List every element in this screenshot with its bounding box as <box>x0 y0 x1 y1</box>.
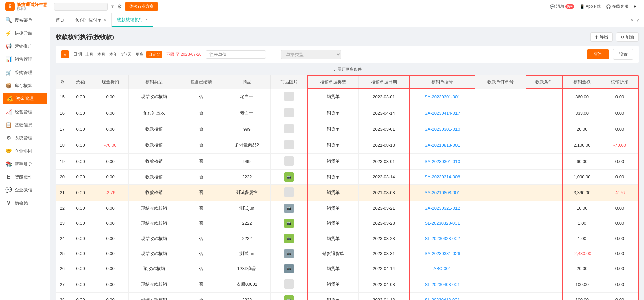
source-unit-input[interactable] <box>206 50 266 59</box>
sidebar-item-inventory[interactable]: 📦 库存核算 <box>0 79 50 92</box>
cell-include-cleared: 否 <box>179 231 223 246</box>
cell-voucher-no[interactable]: SA-20230301-001 <box>410 89 475 105</box>
sidebar-item-shortcut[interactable]: ⚡ 快捷导航 <box>0 27 50 40</box>
cell-voucher-no[interactable]: SA-20230301-010 <box>410 153 475 169</box>
cell-voucher-no[interactable]: SL-20230418-001 <box>410 292 475 300</box>
voucher-no-link[interactable]: SA-20230301-010 <box>425 159 460 164</box>
voucher-no-link[interactable]: SL-20230328-002 <box>425 236 460 241</box>
cell-no: 22 <box>56 201 69 216</box>
date-btn-this-year[interactable]: 本年 <box>108 51 119 58</box>
cell-voucher-no[interactable]: SL-20230328-002 <box>410 231 475 246</box>
cell-no: 24 <box>56 231 69 246</box>
table-row: 19 0.00 0.00 收款核销 否 999 销货单 2023-03-01 S… <box>56 153 638 169</box>
sidebar-item-management[interactable]: 📈 经营管理 <box>0 105 50 118</box>
cell-no: 16 <box>56 105 69 121</box>
cell-cash-discount: 0.00 <box>92 231 129 246</box>
cell-voucher-type: 销货单 <box>308 201 359 216</box>
tab-home[interactable]: 首页 <box>50 13 70 27</box>
customer-service[interactable]: 🎧 在线客服 <box>606 4 628 9</box>
sidebar-item-finance[interactable]: 💰 资金管理 <box>3 93 47 104</box>
sidebar-item-purchase[interactable]: 🛒 采购管理 <box>0 66 50 79</box>
voucher-no-link[interactable]: SA-20230414-017 <box>425 111 460 116</box>
dropdown-icon[interactable]: ▼ <box>110 4 115 9</box>
cell-voucher-no[interactable]: SA-20230414-017 <box>410 105 475 121</box>
cell-voucher-no[interactable]: ABC-001 <box>410 261 475 276</box>
table-settings-icon[interactable]: ⚙ <box>60 79 64 84</box>
cell-voucher-date: 2023-04-18 <box>359 292 410 300</box>
th-settings[interactable]: ⚙ <box>56 75 69 89</box>
cell-voucher-no[interactable]: SA-20210813-001 <box>410 137 475 153</box>
sidebar-item-marketing[interactable]: 📢 营销推广 <box>0 40 50 53</box>
cell-include-cleared: 否 <box>179 105 223 121</box>
enterprise-icon: 🤝 <box>5 148 12 154</box>
sidebar-item-enterprise[interactable]: 🤝 企业协同 <box>0 144 50 158</box>
cell-voucher-no[interactable]: SA-20230321-012 <box>410 201 475 216</box>
date-btn-custom[interactable]: 自定义 <box>146 51 162 58</box>
table-row: 22 0.00 0.00 现结收款核销 否 测试jun 📷 销货单 2023-0… <box>56 201 638 216</box>
voucher-no-link[interactable]: SA-20230321-012 <box>425 206 460 211</box>
export-button[interactable]: ⬆ 导出 <box>590 32 613 42</box>
sidebar-item-wechat[interactable]: 💬 企业微信 <box>0 183 50 197</box>
sidebar-item-member[interactable]: V 畅会员 <box>0 197 50 209</box>
query-button[interactable]: 查询 <box>587 49 609 59</box>
prepayment-tab-close[interactable]: × <box>104 18 106 23</box>
voucher-no-link[interactable]: SL-20230328-001 <box>425 221 460 226</box>
voucher-no-link[interactable]: SA-20230331-026 <box>425 251 460 256</box>
document-type-select[interactable]: 单据类型 <box>281 50 341 59</box>
sidebar-item-sales[interactable]: 📊 销售管理 <box>0 53 50 66</box>
cell-no: 28 <box>56 292 69 300</box>
cell-receipt-condition <box>526 231 562 246</box>
tab-close-all-icon[interactable]: × <box>630 17 633 23</box>
voucher-no-link[interactable]: SL-20230408-001 <box>425 282 460 287</box>
sidebar-item-guide[interactable]: 📚 新手引导 <box>0 158 50 171</box>
cell-receipt-condition <box>526 169 562 184</box>
notification-area[interactable]: 💬 消息 99+ <box>550 4 574 9</box>
voucher-no-link[interactable]: SA-20230301-010 <box>425 127 460 132</box>
voucher-no-link[interactable]: SA-20210813-001 <box>425 143 460 148</box>
tab-expand-icon[interactable]: ⤢ <box>636 17 640 23</box>
cell-voucher-no[interactable]: SA-20230314-008 <box>410 169 475 184</box>
cell-voucher-no[interactable]: SA-20210808-001 <box>410 184 475 201</box>
date-btn-more[interactable]: 更多 <box>134 51 145 58</box>
cell-voucher-no[interactable]: SL-20230328-001 <box>410 216 475 231</box>
solution-button[interactable]: 体验行业方案 <box>125 2 158 11</box>
tab-writeoff[interactable]: 收款核销执行 × <box>112 13 153 27</box>
sidebar-item-hardware[interactable]: 🖥 智能硬件 <box>0 171 50 183</box>
cell-voucher-date: 2021-08-13 <box>359 137 410 153</box>
top-bar: 6 畅捷通谱好生意 标准版 ▼ ⚙ 体验行业方案 💬 消息 99+ 📱 App下… <box>0 0 644 13</box>
cell-writeoff-amount: 1.00 <box>562 216 601 231</box>
cell-voucher-no[interactable]: SA-20230301-010 <box>410 121 475 137</box>
sidebar-item-system[interactable]: ⚙ 系统管理 <box>0 131 50 144</box>
tab-prepayment[interactable]: 预付冲应付单 × <box>70 13 112 27</box>
cell-voucher-date: 2021-08-08 <box>359 184 410 201</box>
cell-voucher-type: 销货单 <box>308 153 359 169</box>
settings-icon[interactable]: ⚙ <box>117 3 122 10</box>
filter-expand-button[interactable]: » <box>61 50 69 58</box>
sidebar-label-member: 畅会员 <box>15 200 28 206</box>
refresh-button[interactable]: ↻ 刷新 <box>616 32 639 42</box>
user-name[interactable]: Rit <box>634 4 639 9</box>
date-btn-7days[interactable]: 近7天 <box>120 51 133 58</box>
date-btn-last-month[interactable]: 上月 <box>84 51 95 58</box>
settings-button[interactable]: 设置 <box>613 49 633 60</box>
table-row: 24 0.00 0.00 现结收款核销 否 2222 📷 销货单 2023-03… <box>56 231 638 246</box>
app-download[interactable]: 📱 App下载 <box>580 4 601 9</box>
top-bar-search[interactable] <box>54 3 108 11</box>
voucher-no-link[interactable]: SA-20230314-008 <box>425 174 460 179</box>
sidebar-item-basic-info[interactable]: 📋 基础信息 <box>0 118 50 131</box>
cell-voucher-no[interactable]: SL-20230408-001 <box>410 276 475 292</box>
cell-voucher-no[interactable]: SA-20230331-026 <box>410 246 475 261</box>
cell-writeoff-discount: 0.00 <box>601 89 638 105</box>
cell-writeoff-type: 现结收款核销 <box>129 89 179 105</box>
sidebar-label-purchase: 采购管理 <box>15 70 32 76</box>
voucher-no-link[interactable]: SL-20230418-001 <box>425 297 460 300</box>
voucher-no-link[interactable]: SA-20230301-001 <box>425 94 460 99</box>
cell-product: 123D商品 <box>223 261 271 276</box>
voucher-no-link[interactable]: ABC-001 <box>433 266 451 271</box>
expand-more-button[interactable]: ∨ 展开更多条件 <box>333 67 362 72</box>
writeoff-tab-close[interactable]: × <box>145 17 148 22</box>
date-btn-this-month[interactable]: 本月 <box>96 51 107 58</box>
sidebar-item-search[interactable]: 🔍 搜索菜单 <box>0 13 50 27</box>
voucher-no-link[interactable]: SA-20210808-001 <box>425 190 460 195</box>
cell-balance: 0.00 <box>69 231 92 246</box>
